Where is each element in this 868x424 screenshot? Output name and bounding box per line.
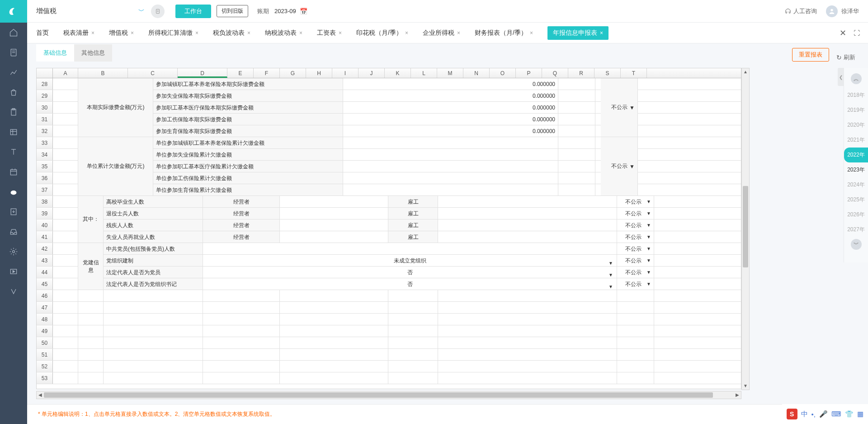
row-header[interactable]: 40 [37, 219, 53, 231]
cell[interactable] [388, 325, 438, 337]
tab-close-icon[interactable]: × [405, 30, 408, 36]
cell[interactable] [617, 361, 654, 372]
cell[interactable] [280, 349, 388, 360]
row-header[interactable]: 37 [37, 184, 53, 195]
cell[interactable] [388, 361, 438, 372]
col-header-S[interactable]: S [594, 68, 621, 78]
cell[interactable] [53, 137, 78, 148]
row-header[interactable]: 45 [37, 278, 53, 290]
cell-value[interactable] [343, 184, 558, 195]
row-header[interactable]: 28 [37, 78, 53, 90]
col-header-J[interactable]: J [359, 68, 385, 78]
nav-calendar-icon[interactable] [0, 162, 27, 182]
cell[interactable] [280, 325, 388, 337]
nav-clipboard-icon[interactable] [0, 102, 27, 122]
row-header[interactable]: 50 [37, 337, 53, 348]
round-button[interactable] [151, 5, 165, 18]
cell[interactable] [438, 337, 617, 348]
cell[interactable] [388, 314, 438, 325]
cell[interactable] [203, 290, 280, 301]
tab-企业所得税[interactable]: 企业所得税× [423, 26, 460, 40]
tab-纳税波动表[interactable]: 纳税波动表× [265, 26, 302, 40]
subtab-other-info[interactable]: 其他信息 [74, 44, 112, 62]
disclosure-select[interactable] [558, 90, 595, 101]
row-header[interactable]: 41 [37, 231, 53, 243]
row-header[interactable]: 46 [37, 290, 53, 301]
year-2023年[interactable]: 2023年 [844, 162, 868, 177]
disclosure-select[interactable] [558, 149, 595, 160]
row-header[interactable]: 31 [37, 114, 53, 125]
row-header[interactable]: 51 [37, 349, 53, 360]
cell[interactable] [203, 372, 280, 384]
cell[interactable] [78, 337, 104, 348]
row-header[interactable]: 35 [37, 161, 53, 172]
cell[interactable] [53, 78, 78, 90]
row-header[interactable]: 39 [37, 208, 53, 219]
year-2022年[interactable]: 2022年 [844, 148, 868, 162]
cell[interactable] [53, 114, 78, 125]
col-header-K[interactable]: K [385, 68, 411, 78]
cell[interactable] [438, 314, 617, 325]
col-header-C[interactable]: C [128, 68, 178, 78]
tab-增值税[interactable]: 增值税× [109, 26, 134, 40]
cell[interactable] [104, 372, 203, 384]
cell[interactable] [53, 161, 78, 172]
cell[interactable] [53, 231, 78, 243]
wide-value[interactable] [203, 243, 617, 254]
old-version-button[interactable]: 切到旧版 [217, 5, 248, 17]
cell[interactable] [438, 349, 617, 360]
cell[interactable] [438, 302, 617, 313]
row-header[interactable]: 30 [37, 102, 53, 113]
row-header[interactable]: 47 [37, 302, 53, 313]
cell[interactable] [53, 149, 78, 160]
cell[interactable] [104, 361, 203, 372]
wide-value[interactable]: 否▼ [203, 267, 617, 278]
col-header-O[interactable]: O [490, 68, 516, 78]
tray-grid-icon[interactable]: ▦ [857, 410, 863, 418]
tab-财务报表（月/季）[interactable]: 财务报表（月/季）× [475, 26, 533, 40]
select-all-corner[interactable] [37, 68, 53, 78]
cell[interactable] [280, 290, 388, 301]
cell[interactable] [53, 208, 78, 219]
nav-home-icon[interactable] [0, 23, 27, 43]
cell[interactable] [53, 125, 78, 137]
nav-video-icon[interactable] [0, 262, 27, 281]
period-value[interactable]: 2023-09 [274, 8, 296, 14]
cell[interactable] [438, 372, 617, 384]
nav-settings-icon[interactable] [0, 242, 27, 262]
brand-logo[interactable] [0, 0, 27, 23]
cell[interactable] [78, 290, 104, 301]
disclosure-select[interactable] [558, 102, 595, 113]
cell-value[interactable] [280, 219, 388, 231]
row-header[interactable]: 42 [37, 243, 53, 254]
tray-punct[interactable]: •, [811, 410, 816, 418]
disclosure-select[interactable] [558, 78, 595, 90]
year-up-button[interactable]: ︽ [851, 73, 862, 84]
year-2026年[interactable]: 2026年 [844, 207, 868, 222]
cell[interactable] [388, 302, 438, 313]
cell[interactable] [53, 349, 78, 360]
cell[interactable] [438, 361, 617, 372]
tab-税表清册[interactable]: 税表清册× [63, 26, 94, 40]
cell[interactable] [53, 325, 78, 337]
tab-close-icon[interactable]: × [131, 30, 134, 36]
nav-v-icon[interactable] [0, 281, 27, 301]
cell[interactable] [78, 361, 104, 372]
cell[interactable] [53, 184, 78, 195]
col-header-H[interactable]: H [306, 68, 332, 78]
cell[interactable] [438, 290, 617, 301]
row-header[interactable]: 43 [37, 255, 53, 266]
cell[interactable] [78, 314, 104, 325]
cell[interactable] [617, 290, 654, 301]
disclosure-select[interactable]: 不公示▼ [617, 267, 654, 278]
disclosure-select[interactable] [558, 125, 595, 137]
cell[interactable] [104, 337, 203, 348]
row-header[interactable]: 53 [37, 372, 53, 384]
row-header[interactable]: 52 [37, 361, 53, 372]
wide-value[interactable]: 未成立党组织▼ [203, 255, 617, 266]
cell[interactable] [203, 337, 280, 348]
cell-value[interactable] [343, 172, 558, 184]
cell[interactable] [53, 290, 78, 301]
year-panel-toggle[interactable]: ❮ [838, 68, 844, 86]
year-2021年[interactable]: 2021年 [844, 133, 868, 148]
